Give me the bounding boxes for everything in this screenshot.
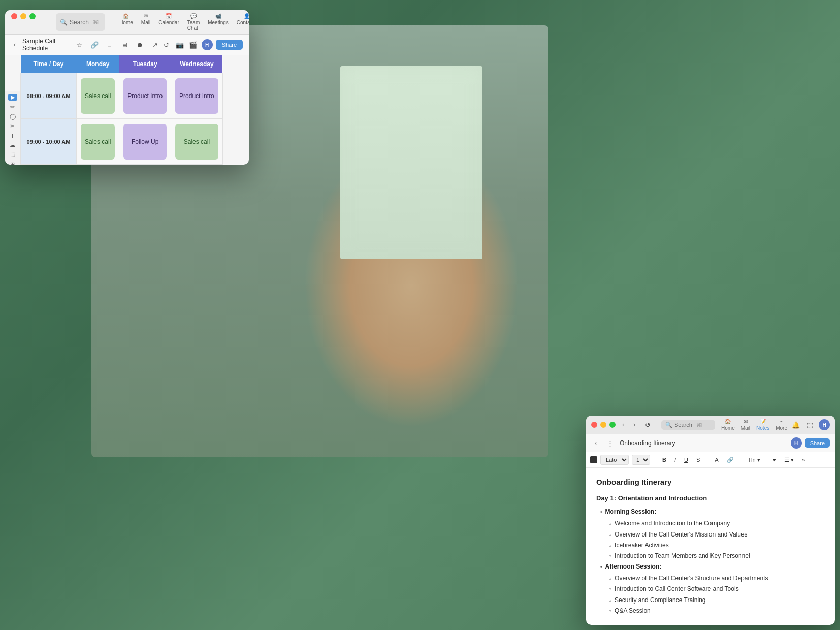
notes-title: Onboarding Itinerary	[596, 476, 825, 488]
nav-calendar[interactable]: 📅 Calendar	[158, 13, 179, 31]
nav-mail[interactable]: ✉ Mail	[141, 13, 150, 31]
record-icon[interactable]: ⏺	[135, 39, 146, 50]
notes-minimize-button[interactable]	[600, 422, 606, 428]
follow-up-tuesday[interactable]: Follow Up	[123, 124, 167, 160]
notes-sidebar-toggle[interactable]: ‹	[591, 438, 600, 448]
notes-search-bar[interactable]: 🔍 Search ⌘F	[661, 420, 715, 430]
italic-button[interactable]: I	[672, 456, 679, 464]
notes-doc-user-avatar[interactable]: H	[791, 437, 802, 449]
notes-bell-icon[interactable]: 🔔	[790, 419, 801, 430]
font-size-selector[interactable]: 16	[632, 455, 650, 465]
monitor-icon[interactable]: 🖥	[119, 39, 131, 50]
monday-cell-0900[interactable]: Sales call	[77, 119, 119, 165]
search-shortcut: ⌘F	[93, 19, 101, 25]
link-icon[interactable]: 🔗	[89, 39, 100, 50]
tool-grid[interactable]: ⊞	[8, 161, 17, 165]
list-item: ○ Overview of the Call Center's Mission …	[608, 530, 825, 540]
document-title: Sample Call Schedule	[22, 38, 70, 52]
nav-arrows: ‹ ›	[619, 420, 639, 429]
home-icon: 🏠	[123, 13, 129, 19]
underline-button[interactable]: U	[682, 456, 691, 464]
camera-icon[interactable]: 📷	[174, 39, 185, 50]
sub-bullet-icon: ○	[608, 531, 611, 539]
morning-item-3: Icebreaker Activities	[615, 541, 669, 550]
list-item: ○ Q&A Session	[608, 606, 825, 616]
highlight-button[interactable]: A	[712, 456, 721, 464]
share-button[interactable]: Share	[216, 40, 243, 50]
tool-cloud[interactable]: ☁	[8, 142, 17, 148]
tuesday-cell-0900[interactable]: Follow Up	[119, 119, 171, 165]
notes-nav-home[interactable]: 🏠 Home	[721, 419, 735, 431]
star-icon[interactable]: ☆	[74, 39, 85, 50]
align-button[interactable]: ≡ ▾	[766, 456, 779, 464]
search-text: Search	[70, 19, 89, 26]
schedule-table: Time / Day Monday Tuesday Wednesday 08:0…	[20, 55, 223, 165]
tool-cut[interactable]: ✂	[8, 123, 17, 130]
sales-call-monday-0800[interactable]: Sales call	[81, 78, 115, 114]
list-icon[interactable]: ≡	[104, 39, 115, 50]
notes-back-arrow[interactable]: ‹	[619, 420, 628, 429]
refresh-icon[interactable]: ↺	[161, 39, 172, 50]
bold-button[interactable]: B	[660, 456, 669, 464]
sales-call-monday-0900[interactable]: Sales call	[81, 124, 115, 160]
nav-contacts[interactable]: 👤 Contacts	[237, 13, 249, 31]
notes-user-avatar[interactable]: H	[819, 419, 830, 430]
user-avatar[interactable]: H	[202, 39, 213, 50]
font-selector[interactable]: Lato	[600, 455, 629, 465]
notes-more-options-icon[interactable]: ⋮	[604, 437, 616, 449]
tool-pen[interactable]: ✏	[8, 104, 17, 110]
link-button[interactable]: 🔗	[724, 456, 736, 464]
app-top-nav: 🔍 Search ⌘F 🏠 Home ✉ Mail 📅 Calendar 💬 T…	[5, 10, 249, 35]
window-toolbar: ‹ Sample Call Schedule ☆ 🔗 ≡ 🖥 ⏺ ↗ ↺ 📷 🎬…	[5, 35, 249, 55]
notes-share-button[interactable]: Share	[805, 438, 830, 448]
sales-call-wednesday-0900[interactable]: Sales call	[175, 124, 218, 160]
notes-maximize-button[interactable]	[609, 422, 616, 428]
sub-bullet-icon: ○	[608, 552, 611, 560]
tool-text[interactable]: T	[8, 133, 17, 139]
product-intro-tuesday[interactable]: Product Intro	[123, 78, 167, 114]
notes-mail-icon: ✉	[744, 419, 748, 424]
notes-formatting-toolbar: Lato 16 B I U S A 🔗 Hn ▾ ≡ ▾ ☰ ▾ »	[586, 452, 835, 468]
heading-button[interactable]: Hn ▾	[746, 456, 763, 464]
nav-meetings[interactable]: 📹 Meetings	[208, 13, 229, 31]
notes-nav-more[interactable]: ··· More	[776, 419, 787, 431]
notes-layout-icon[interactable]: ⬚	[804, 419, 816, 430]
divider-1	[655, 456, 655, 464]
notes-nav-notes[interactable]: 📝 Notes	[756, 419, 769, 431]
video-icon[interactable]: 🎬	[187, 39, 199, 50]
list-button[interactable]: ☰ ▾	[782, 456, 796, 464]
notes-titlebar: ‹ › ↺ 🔍 Search ⌘F 🏠 Home ✉ Mail 📝 Notes …	[586, 416, 835, 434]
notes-close-button[interactable]	[591, 422, 597, 428]
morning-item-4: Introduction to Team Members and Key Per…	[615, 551, 750, 561]
close-button[interactable]	[11, 13, 17, 19]
contacts-icon: 👤	[244, 13, 249, 19]
calendar-window: 🔍 Search ⌘F 🏠 Home ✉ Mail 📅 Calendar 💬 T…	[5, 10, 249, 165]
wednesday-cell-0800[interactable]: Product Intro	[171, 73, 223, 119]
monday-cell-0800[interactable]: Sales call	[77, 73, 119, 119]
nav-home[interactable]: 🏠 Home	[119, 13, 133, 31]
more-format-button[interactable]: »	[799, 456, 807, 464]
top-search-bar[interactable]: 🔍 Search ⌘F	[56, 13, 105, 31]
sub-bullet-icon: ○	[608, 607, 611, 615]
nav-teamchat[interactable]: 💬 Team Chat	[187, 13, 200, 31]
tool-frame[interactable]: ⬚	[8, 151, 17, 158]
morning-item-1: Welcome and Introduction to the Company	[615, 519, 730, 528]
strikethrough-button[interactable]: S	[694, 456, 702, 464]
notes-nav-mail[interactable]: ✉ Mail	[741, 419, 750, 431]
minimize-button[interactable]	[20, 13, 26, 19]
tuesday-cell-0800[interactable]: Product Intro	[119, 73, 171, 119]
tool-shapes[interactable]: ◯	[8, 113, 17, 120]
wednesday-cell-0900[interactable]: Sales call	[171, 119, 223, 165]
notes-forward-arrow[interactable]: ›	[630, 420, 639, 429]
back-button[interactable]: ‹	[11, 40, 18, 49]
sub-bullet-icon: ○	[608, 585, 611, 593]
list-item: ○ Introduction to Call Center Software a…	[608, 584, 825, 594]
notes-search-icon: 🔍	[665, 422, 672, 428]
maximize-button[interactable]	[29, 13, 36, 19]
color-picker[interactable]	[590, 456, 597, 463]
product-intro-wednesday[interactable]: Product Intro	[175, 78, 218, 114]
notes-refresh-icon[interactable]: ↺	[642, 419, 653, 430]
share-icon-btn[interactable]: ↗	[150, 39, 161, 50]
tool-select[interactable]: ▶	[8, 94, 17, 101]
meetings-icon: 📹	[215, 13, 221, 19]
